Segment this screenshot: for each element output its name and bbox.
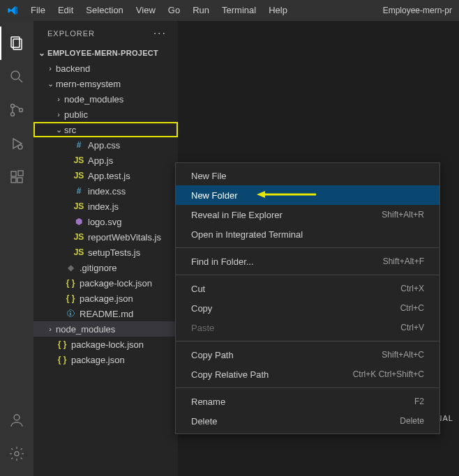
activity-settings-icon[interactable]: [0, 437, 33, 470]
menu-item-help[interactable]: Help: [262, 0, 294, 21]
tree-item[interactable]: ›{ }package.json: [33, 352, 178, 367]
context-menu-label: Delete: [191, 416, 218, 427]
menu-item-file[interactable]: File: [24, 0, 52, 21]
tree-item-label: package.json: [71, 355, 125, 365]
context-menu: New FileNew FolderReveal in File Explore…: [175, 162, 440, 434]
tree-item-label: node_modules: [56, 324, 115, 335]
js-file-icon: JS: [73, 201, 85, 211]
context-menu-separator: [176, 275, 439, 275]
section-header[interactable]: ⌄ EMPLOYEE-MERN-PROJECT: [33, 45, 178, 61]
activity-bar: [0, 21, 33, 476]
tree-item-label: App.css: [88, 140, 120, 151]
svg-point-2: [11, 71, 20, 79]
tree-item[interactable]: ›JSApp.test.js: [33, 168, 178, 183]
tree-item[interactable]: ›node_modules: [33, 321, 178, 337]
menu-bar: FileEditSelectionViewGoRunTerminalHelp: [24, 0, 294, 21]
tree-item-label: mern-emsystem: [56, 79, 121, 89]
tree-item-label: reportWebVitals.js: [88, 232, 161, 243]
svg-point-8: [18, 145, 22, 149]
sidebar-title: EXPLORER: [47, 29, 95, 38]
hash-file-icon: #: [73, 140, 85, 150]
menu-item-run[interactable]: Run: [186, 0, 216, 21]
activity-explorer-icon[interactable]: [0, 26, 33, 60]
activity-extensions-icon[interactable]: [0, 160, 33, 194]
tree-item[interactable]: ⌄src: [33, 122, 178, 137]
context-menu-item[interactable]: Copy Relative PathCtrl+K Ctrl+Shift+C: [176, 364, 439, 384]
svg-point-14: [15, 452, 19, 456]
context-menu-item[interactable]: RenameF2: [176, 392, 439, 411]
context-menu-label: New File: [191, 171, 227, 181]
context-menu-item: PasteCtrl+V: [176, 318, 439, 337]
tree-item[interactable]: ›⬢logo.svg: [33, 214, 178, 229]
menu-item-edit[interactable]: Edit: [52, 0, 80, 21]
activity-search-icon[interactable]: [0, 60, 33, 93]
tree-item-label: App.test.js: [88, 171, 130, 181]
context-menu-item[interactable]: New File: [176, 166, 439, 185]
section-title: EMPLOYEE-MERN-PROJECT: [47, 49, 158, 57]
context-menu-shortcut: Ctrl+C: [400, 303, 424, 313]
context-menu-label: Rename: [191, 397, 225, 407]
context-menu-shortcut: Shift+Alt+R: [382, 210, 424, 220]
context-menu-item[interactable]: CopyCtrl+C: [176, 298, 439, 318]
tree-item[interactable]: ›#App.css: [33, 137, 178, 153]
context-menu-item[interactable]: New Folder: [176, 185, 439, 205]
braces-file-icon: { }: [64, 293, 77, 303]
svg-file-icon: ⬢: [73, 217, 85, 227]
tree-item[interactable]: ›JSindex.js: [33, 199, 178, 214]
context-menu-label: Copy Relative Path: [191, 369, 269, 380]
activity-source-control-icon[interactable]: [0, 93, 33, 127]
js-file-icon: JS: [73, 247, 85, 257]
menu-item-terminal[interactable]: Terminal: [216, 0, 262, 21]
context-menu-label: Cut: [191, 284, 205, 294]
context-menu-item[interactable]: Copy PathShift+Alt+C: [176, 345, 439, 364]
tree-item-label: package-lock.json: [71, 339, 144, 350]
tree-item-label: README.md: [80, 309, 133, 319]
context-menu-item[interactable]: CutCtrl+X: [176, 279, 439, 298]
context-menu-label: Copy Path: [191, 350, 234, 360]
tree-item-label: src: [64, 125, 76, 135]
window-title: Employee-mern-pr: [383, 6, 459, 15]
info-file-icon: 🛈: [64, 309, 77, 318]
context-menu-item[interactable]: DeleteDelete: [176, 411, 439, 431]
tree-item[interactable]: ›JSreportWebVitals.js: [33, 229, 178, 245]
tree-item[interactable]: ›JSsetupTests.js: [33, 245, 178, 260]
activity-account-icon[interactable]: [0, 404, 33, 437]
tree-item[interactable]: ›public: [33, 107, 178, 122]
context-menu-separator: [176, 247, 439, 248]
tree-item[interactable]: ›#index.css: [33, 183, 178, 199]
vscode-logo-icon: [0, 5, 24, 16]
activity-run-debug-icon[interactable]: [0, 127, 33, 160]
tree-item[interactable]: ›{ }package-lock.json: [33, 337, 178, 352]
menu-item-go[interactable]: Go: [162, 0, 186, 21]
menu-item-selection[interactable]: Selection: [80, 0, 129, 21]
chevron-right-icon: ›: [53, 110, 64, 118]
sidebar-header: EXPLORER ···: [33, 21, 178, 45]
context-menu-item[interactable]: Reveal in File ExplorerShift+Alt+R: [176, 205, 439, 224]
svg-rect-11: [17, 178, 22, 183]
tree-item[interactable]: ›🛈README.md: [33, 306, 178, 321]
tree-item-label: package-lock.json: [80, 278, 152, 289]
tree-item[interactable]: ⌄mern-emsystem: [33, 76, 178, 91]
context-menu-shortcut: Delete: [400, 416, 424, 426]
context-menu-separator: [176, 341, 439, 341]
context-menu-item[interactable]: Open in Integrated Terminal: [176, 224, 439, 244]
braces-file-icon: { }: [56, 355, 68, 364]
tree-item[interactable]: ›node_modules: [33, 91, 178, 107]
chevron-right-icon: ›: [45, 64, 56, 72]
tree-item-label: node_modules: [64, 94, 123, 105]
more-icon[interactable]: ···: [153, 28, 167, 39]
js-file-icon: JS: [73, 155, 85, 165]
tree-item[interactable]: ›backend: [33, 61, 178, 76]
tree-item-label: public: [64, 109, 88, 120]
tree-item[interactable]: ›◆.gitignore: [33, 260, 178, 275]
context-menu-item[interactable]: Find in Folder...Shift+Alt+F: [176, 252, 439, 271]
file-tree: ›backend⌄mern-emsystem›node_modules›publ…: [33, 61, 178, 476]
tree-item[interactable]: ›JSApp.js: [33, 153, 178, 168]
menu-item-view[interactable]: View: [130, 0, 162, 21]
chevron-right-icon: ›: [45, 325, 56, 333]
context-menu-label: Open in Integrated Terminal: [191, 229, 303, 240]
svg-point-5: [11, 113, 15, 116]
js-file-icon: JS: [73, 232, 85, 242]
tree-item[interactable]: ›{ }package.json: [33, 291, 178, 306]
tree-item[interactable]: ›{ }package-lock.json: [33, 275, 178, 291]
